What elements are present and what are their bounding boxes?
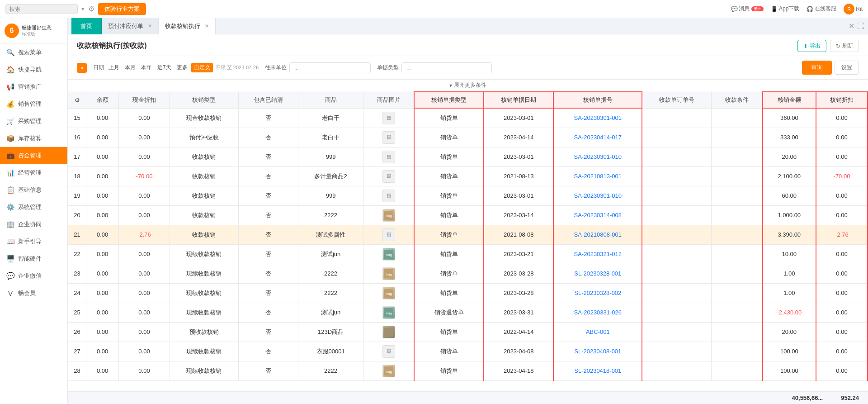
sidebar-item-purchase[interactable]: 🛒 采购管理 [0,113,67,130]
sidebar-item-sales[interactable]: 💰 销售管理 [0,95,67,113]
refresh-button[interactable]: ↻ 刷新 [830,40,859,52]
sidebar-item-finance[interactable]: 💼 资金管理 [0,147,67,164]
table-row: 25 0.00 0.00 现续收款核销 否 测试jun img 销货退货单 20… [68,303,868,322]
tab-bar-actions: ✕ ⛶ [849,22,864,30]
briefcase-icon: 💼 [6,152,14,160]
partner-input[interactable] [289,62,371,73]
row-receipt-order-no [642,225,711,244]
row-cash-discount: -2.76 [119,225,170,244]
export-button[interactable]: ⬆ 导出 [797,40,826,52]
row-balance: 0.00 [86,166,119,186]
cancel-no-link[interactable]: SA-20230301-010 [574,192,622,199]
cancel-no-link[interactable]: SL-20230408-001 [574,348,621,355]
search-input[interactable] [5,4,78,14]
row-cancel-type: 收款核销 [170,147,238,166]
app-download[interactable]: 📱 App下载 [771,5,799,13]
sidebar-item-base[interactable]: 📋 基础信息 [0,181,67,199]
cancel-no-link[interactable]: SL-20230328-001 [574,270,621,277]
row-cancel-no: SL-20230408-001 [553,342,642,361]
sidebar-item-enterprise[interactable]: 🏢 企业协同 [0,216,67,233]
date-opt-this-month[interactable]: 本月 [123,63,137,72]
cancel-no-link[interactable]: SL-20230418-001 [574,367,621,374]
cart-icon: 🛒 [6,117,14,125]
row-cancel-discount: 0.00 [816,186,868,205]
date-range: 不限 至 2023-07-26 [216,64,259,71]
sidebar-item-shortcuts[interactable]: 🏠 快捷导航 [0,61,67,78]
user-avatar[interactable]: R Rit [844,4,863,14]
logo-text: 畅捷通好生意 [22,24,52,31]
sidebar-item-hardware[interactable]: 🖥️ 智能硬件 [0,250,67,267]
cancel-no-link[interactable]: SA-20230314-008 [574,212,622,219]
table-row: 23 0.00 0.00 现续收款核销 否 2222 img 销货单 2023-… [68,264,868,283]
date-opt-7days[interactable]: 近7天 [156,63,173,72]
row-balance: 0.00 [86,322,119,342]
row-cash-discount: 0.00 [119,128,170,147]
filter-collapse-btn[interactable]: » [77,63,87,73]
row-balance: 0.00 [86,244,119,264]
query-button[interactable]: 查询 [802,61,832,75]
date-opt-this-year[interactable]: 本年 [139,63,154,72]
cancel-no-link[interactable]: SA-20230414-017 [574,134,622,141]
tab-prepay[interactable]: 预付冲应付单 ✕ [102,18,159,34]
cancel-no-link[interactable]: SA-20230331-026 [574,309,622,316]
row-cancel-type: 收款核销 [170,225,238,244]
close-prepay-icon[interactable]: ✕ [148,23,152,29]
row-cancel-discount: 0.00 [816,244,868,264]
close-collection-icon[interactable]: ✕ [205,23,209,29]
tab-home[interactable]: 首页 [71,18,102,34]
row-cancel-amount: 333.00 [763,128,816,147]
messages-section[interactable]: 💬 消息 99+ [731,5,764,13]
sidebar-item-search[interactable]: 🔍 搜索菜单 [0,44,67,61]
row-product: 测试jun [298,303,363,322]
cancel-no-link[interactable]: SA-20230301-010 [574,153,622,160]
row-cancel-type: 现续收款核销 [170,342,238,361]
close-tab-btn[interactable]: ✕ [849,22,854,30]
cancel-no-link[interactable]: SA-20230301-001 [574,114,622,121]
sidebar-item-label: 采购管理 [18,117,42,125]
date-opt-last-month[interactable]: 上月 [107,63,121,72]
voucher-type-select[interactable]: ... [401,62,492,73]
row-cancel-discount: 0.00 [816,128,868,147]
sidebar-item-operations[interactable]: 📊 经营管理 [0,164,67,181]
row-product-img: img [363,283,414,303]
product-image-empty: 🖼 [382,131,395,144]
date-opt-custom[interactable]: 自定义 [191,63,213,72]
fullscreen-btn[interactable]: ⛶ [857,22,864,30]
online-service[interactable]: 🎧 在线客服 [807,5,836,13]
sidebar-item-marketing[interactable]: 📢 营销推广 [0,78,67,95]
row-cancel-discount: 0.00 [816,303,868,322]
cancel-no-link[interactable]: SL-20230328-002 [574,290,621,296]
sidebar-item-wechat[interactable]: 💬 企业微信 [0,267,67,285]
product-image: img [382,248,395,261]
row-include-settled: 否 [239,361,298,380]
row-cancel-no: SA-20230414-017 [553,128,642,147]
col-gear[interactable]: ⚙ [68,92,86,108]
row-receipt-condition [712,166,763,186]
row-index: 22 [68,244,86,264]
row-cancel-amount: 2,100.00 [763,166,816,186]
cancel-no-link[interactable]: SA-20210808-001 [574,231,622,238]
cancel-no-link[interactable]: ABC-001 [586,328,610,335]
row-cash-discount: -70.00 [119,166,170,186]
tab-collection[interactable]: 收款核销执行 ✕ [159,18,216,34]
sidebar-item-vip[interactable]: V 畅会员 [0,285,67,302]
date-opt-more[interactable]: 更多 [175,63,189,72]
sidebar-item-guide[interactable]: 📖 新手引导 [0,233,67,250]
row-cancel-no: SA-20230321-012 [553,244,642,264]
row-include-settled: 否 [239,186,298,205]
expand-more-bar[interactable]: ▾ 展开更多条件 [68,80,868,91]
gear-icon[interactable]: ⚙ [88,5,94,13]
row-cancel-voucher-type: 销货单 [414,108,484,128]
row-cancel-amount: 1,000.00 [763,205,816,225]
row-include-settled: 否 [239,322,298,342]
settings-button[interactable]: 设置 [835,61,859,75]
row-product-img: img [363,244,414,264]
cancel-no-link[interactable]: SA-20210813-001 [574,173,622,180]
sidebar-item-system[interactable]: ⚙️ 系统管理 [0,199,67,216]
industry-btn[interactable]: 体验行业方案 [98,3,146,15]
sidebar-item-inventory[interactable]: 📦 库存核算 [0,130,67,147]
row-cancel-amount: 20.00 [763,322,816,342]
cancel-no-link[interactable]: SA-20230321-012 [574,251,622,257]
col-cash-discount: 现金折扣 [119,92,170,108]
row-cancel-amount: 3,390.00 [763,225,816,244]
